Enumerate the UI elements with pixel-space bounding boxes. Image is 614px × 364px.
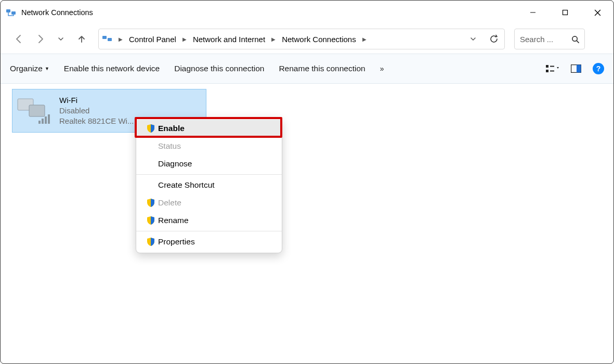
- chevron-right-icon[interactable]: ▶: [115, 36, 126, 42]
- connection-status: Disabled: [59, 106, 134, 116]
- content-area: Wi-Fi Disabled Realtek 8821CE Wi...: [1, 84, 613, 133]
- ctx-diagnose[interactable]: Diagnose: [136, 155, 282, 173]
- preview-pane-button[interactable]: [571, 64, 581, 73]
- ctx-shortcut-label: Create Shortcut: [158, 180, 215, 190]
- svg-rect-14: [38, 121, 41, 124]
- svg-rect-15: [42, 119, 44, 124]
- window-title: Network Connections: [21, 8, 93, 17]
- shield-icon: [143, 237, 158, 246]
- maximize-button[interactable]: [549, 1, 581, 24]
- svg-rect-16: [45, 116, 47, 124]
- window: Network Connections: [0, 0, 614, 364]
- breadcrumb-network-connections[interactable]: Network Connections: [279, 29, 359, 49]
- network-adapter-icon: [16, 96, 53, 126]
- svg-rect-8: [550, 66, 554, 67]
- organize-button[interactable]: Organize ▼: [10, 64, 49, 73]
- enable-device-button[interactable]: Enable this network device: [64, 64, 160, 73]
- search-input[interactable]: Search ...: [514, 29, 585, 49]
- svg-rect-0: [6, 9, 10, 12]
- close-button[interactable]: [581, 1, 613, 24]
- chevron-down-icon: ▼: [45, 66, 49, 71]
- ctx-diagnose-label: Diagnose: [158, 159, 192, 168]
- diagnose-button[interactable]: Diagnose this connection: [174, 64, 264, 73]
- annotation-highlight: [135, 117, 282, 138]
- ctx-status-label: Status: [158, 141, 181, 151]
- refresh-button[interactable]: [484, 30, 504, 48]
- svg-rect-4: [108, 38, 112, 41]
- minimize-button[interactable]: [517, 1, 549, 24]
- svg-rect-1: [11, 11, 16, 15]
- shield-icon: [143, 198, 158, 207]
- organize-label: Organize: [10, 64, 43, 73]
- ctx-properties-label: Properties: [158, 237, 195, 246]
- svg-rect-11: [577, 65, 581, 73]
- ctx-rename-label: Rename: [158, 216, 189, 225]
- chevron-right-icon[interactable]: ▶: [359, 36, 370, 42]
- svg-rect-7: [546, 70, 548, 72]
- search-icon: [571, 35, 579, 43]
- rename-button[interactable]: Rename this connection: [279, 64, 365, 73]
- ctx-delete: Delete: [136, 194, 282, 212]
- connection-device: Realtek 8821CE Wi...: [59, 116, 134, 126]
- address-bar[interactable]: ▶ Control Panel ▶ Network and Internet ▶…: [98, 29, 505, 49]
- ctx-divider: [136, 174, 282, 175]
- navigation-row: ▶ Control Panel ▶ Network and Internet ▶…: [1, 24, 613, 54]
- forward-button[interactable]: [31, 30, 49, 48]
- ctx-properties[interactable]: Properties: [136, 233, 282, 251]
- help-button[interactable]: ?: [593, 63, 604, 74]
- svg-rect-3: [102, 36, 107, 39]
- chevron-right-icon[interactable]: ▶: [268, 36, 279, 42]
- svg-rect-17: [48, 114, 50, 124]
- up-button[interactable]: [72, 30, 91, 48]
- back-button[interactable]: [10, 30, 29, 48]
- view-options-button[interactable]: [546, 64, 559, 73]
- svg-rect-9: [550, 71, 554, 72]
- toolbar-overflow-button[interactable]: »: [380, 64, 384, 73]
- window-controls: [517, 1, 613, 24]
- svg-rect-13: [29, 105, 45, 116]
- command-toolbar: Organize ▼ Enable this network device Di…: [1, 54, 613, 84]
- search-placeholder: Search ...: [520, 35, 553, 44]
- connection-name: Wi-Fi: [59, 95, 134, 106]
- address-history-button[interactable]: [463, 30, 484, 48]
- breadcrumb-control-panel[interactable]: Control Panel: [126, 29, 179, 49]
- breadcrumb-network-internet[interactable]: Network and Internet: [190, 29, 268, 49]
- recent-locations-button[interactable]: [51, 30, 70, 48]
- shield-icon: [143, 216, 158, 225]
- ctx-create-shortcut[interactable]: Create Shortcut: [136, 176, 282, 194]
- connection-text: Wi-Fi Disabled Realtek 8821CE Wi...: [59, 95, 134, 127]
- address-icon: [99, 34, 115, 44]
- svg-rect-6: [546, 65, 548, 68]
- chevron-right-icon[interactable]: ▶: [179, 36, 190, 42]
- ctx-divider: [136, 231, 282, 231]
- ctx-rename[interactable]: Rename: [136, 212, 282, 229]
- network-connections-icon: [6, 7, 16, 18]
- ctx-delete-label: Delete: [158, 198, 181, 207]
- ctx-status: Status: [136, 137, 282, 155]
- svg-rect-2: [563, 10, 568, 15]
